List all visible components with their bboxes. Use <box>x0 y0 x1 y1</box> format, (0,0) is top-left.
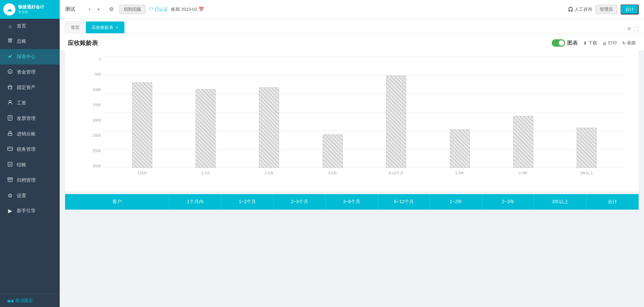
download-button[interactable]: ⬇ 下载 <box>583 40 597 46</box>
tab-home[interactable]: 首页 <box>65 21 85 33</box>
table-header: 客户 1个月内 1~2个月 2~3个月 3~6个月 6~12个月 1~2年 2~… <box>65 194 639 210</box>
switch-old-button[interactable]: 切到旧版 <box>119 5 146 14</box>
accountant-button[interactable]: 会计 <box>621 4 639 14</box>
sidebar-item-funds[interactable]: ¥ 资金管理 <box>0 64 60 80</box>
x-label-3: 3-6月 <box>301 168 364 178</box>
th-1-2year: 1~2年 <box>430 194 482 210</box>
sidebar-pin-toggle[interactable]: ◀◀ 取消固定 <box>0 294 60 307</box>
bar-group-7 <box>555 128 619 168</box>
bar-group-3 <box>301 134 364 168</box>
guide-icon: ▶ <box>7 208 13 214</box>
sidebar-item-label: 资金管理 <box>17 69 36 75</box>
x-labels: 1月内 1-2月 2-3月 3-6月 6-12个月 1-2年 2-3年 3年以上 <box>104 168 625 178</box>
download-icon: ⬇ <box>583 41 587 46</box>
bar-2 <box>259 87 279 168</box>
chart-area: 2500 2500 2500 2000 1500 1000 500 0 <box>65 50 639 191</box>
tab-aging-label: 应收账龄表 <box>92 25 113 31</box>
svg-rect-11 <box>8 133 12 135</box>
svg-rect-2 <box>8 42 12 42</box>
sidebar-item-guide[interactable]: ▶ 新手引导 <box>0 203 60 218</box>
sidebar-item-reports[interactable]: 报表中心 <box>0 49 60 64</box>
home-icon: ⌂ <box>7 23 13 29</box>
th-3year-plus: 3年以上 <box>534 194 586 210</box>
tabbar: 首页 应收账龄表 ✕ ✕ ⛶ <box>60 19 644 34</box>
x-label-7: 3年以上 <box>555 168 619 178</box>
y-label-7: 0 <box>99 57 101 61</box>
svg-text:¥: ¥ <box>9 70 11 74</box>
sidebar-item-closing[interactable]: 结账 <box>0 157 60 173</box>
print-button[interactable]: 🖨 打印 <box>602 40 617 46</box>
chart-toggle[interactable]: 图表 <box>552 39 578 47</box>
wages-icon <box>7 100 13 106</box>
y-label-4: 1500 <box>93 103 101 107</box>
sidebar-item-inventory[interactable]: 进销台账 <box>0 126 60 142</box>
download-label: 下载 <box>588 40 597 46</box>
svg-rect-0 <box>8 39 12 40</box>
y-label-6: 500 <box>95 72 101 76</box>
add-workspace-button[interactable]: + <box>94 5 103 14</box>
y-label-0: 2500 <box>93 164 101 168</box>
app-logo-icon: ☁ <box>3 3 15 15</box>
y-label-1: 2500 <box>93 149 101 153</box>
sidebar-item-archive[interactable]: 归档管理 <box>0 173 60 188</box>
svg-rect-13 <box>8 147 12 150</box>
headset-icon: 🎧 <box>568 7 573 12</box>
sidebar-item-label: 发票管理 <box>17 116 36 122</box>
page-actions: 图表 ⬇ 下载 🖨 打印 ↻ 刷新 <box>552 39 636 47</box>
main-area: 测试 ▾ + ⚙ 切到旧版 🛡 已认证 账期 2023-02 📅 🎧 人工咨询 … <box>60 0 644 307</box>
chart-wrapper: 2500 2500 2500 2000 1500 1000 500 0 <box>85 57 625 178</box>
svg-point-6 <box>9 100 11 102</box>
assets-icon <box>7 84 13 91</box>
bar-3 <box>323 134 343 168</box>
sidebar-item-label: 总账 <box>17 38 26 44</box>
th-2-3year: 2~3年 <box>482 194 534 210</box>
table-area: 客户 1个月内 1~2个月 2~3个月 3~6个月 6~12个月 1~2年 2~… <box>65 194 639 210</box>
refresh-icon: ↻ <box>622 41 626 46</box>
tax-icon <box>7 146 13 153</box>
bar-6 <box>513 116 533 168</box>
sidebar-item-label: 固定资产 <box>17 85 36 91</box>
bars-container <box>104 57 625 168</box>
th-1-2month: 1~2个月 <box>221 194 273 210</box>
period-value: 2023-02 <box>181 7 197 12</box>
th-2-3month: 2~3个月 <box>274 194 326 210</box>
tab-expand-button[interactable]: ⛶ <box>634 26 639 32</box>
sidebar-item-settings[interactable]: ⚙ 设置 <box>0 188 60 203</box>
sidebar-item-label: 结账 <box>17 162 26 168</box>
tab-aging[interactable]: 应收账龄表 ✕ <box>86 21 124 33</box>
th-total: 合计 <box>587 194 639 210</box>
bar-group-2 <box>237 87 301 168</box>
tab-home-label: 首页 <box>71 25 79 31</box>
sidebar-item-assets[interactable]: 固定资产 <box>0 80 60 95</box>
consult-label: 人工咨询 <box>575 6 592 12</box>
manager-button[interactable]: 管理员 <box>595 5 617 14</box>
y-axis: 2500 2500 2500 2000 1500 1000 500 0 <box>85 57 104 168</box>
toggle-switch[interactable] <box>552 39 565 47</box>
refresh-label: 刷新 <box>627 40 636 46</box>
funds-icon: ¥ <box>7 69 13 76</box>
refresh-button[interactable]: ↻ 刷新 <box>622 40 636 46</box>
tab-aging-close[interactable]: ✕ <box>115 25 119 30</box>
sidebar-item-home[interactable]: ⌂ 首页 <box>0 19 60 34</box>
calendar-icon[interactable]: 📅 <box>199 7 204 12</box>
settings-icon: ⚙ <box>7 192 13 199</box>
x-label-2: 2-3月 <box>237 168 301 178</box>
settings-button[interactable]: ⚙ <box>107 5 116 14</box>
th-customer: 客户 <box>65 194 169 210</box>
sidebar-item-label: 设置 <box>17 193 26 199</box>
content-area: 应收账龄表 图表 ⬇ 下载 🖨 打印 ↻ 刷新 <box>60 34 644 307</box>
sidebar-item-invoices[interactable]: 发票管理 <box>0 111 60 126</box>
bar-group-5 <box>428 129 491 168</box>
period-text: 账期 <box>171 6 180 12</box>
tab-close-button[interactable]: ✕ <box>627 26 631 32</box>
sidebar-item-wages[interactable]: 工资 <box>0 95 60 111</box>
print-label: 打印 <box>608 40 617 46</box>
bar-group-4 <box>365 76 428 168</box>
consult-button[interactable]: 🎧 人工咨询 <box>568 6 592 12</box>
workspace-dropdown[interactable]: ▾ <box>89 7 91 12</box>
sidebar-item-ledger[interactable]: 总账 <box>0 34 60 49</box>
x-label-0: 1月内 <box>110 168 174 178</box>
bar-0 <box>132 82 152 168</box>
sidebar-item-tax[interactable]: 税务管理 <box>0 142 60 157</box>
reports-icon <box>7 53 13 60</box>
